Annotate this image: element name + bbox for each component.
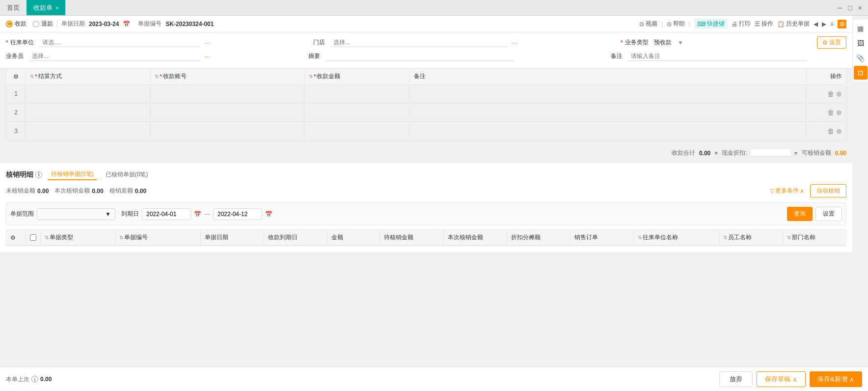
auto-nuclear-button[interactable]: 自动核销 (810, 184, 846, 197)
bt-th-counterpart: ⇅ 往来单位名称 (634, 230, 719, 245)
salesperson-input[interactable] (29, 52, 200, 61)
summary-input[interactable] (326, 52, 515, 61)
sort-bill-type[interactable]: ⇅ (45, 235, 49, 240)
sort-icon-jiesuan[interactable]: ⇅ (30, 74, 34, 79)
radio-receipt[interactable]: 收款 (6, 20, 27, 28)
discount-input[interactable] (751, 149, 790, 157)
store-more-icon[interactable]: ··· (510, 39, 519, 47)
video-btn[interactable]: ⊙ 视频 (639, 20, 657, 28)
amount-input-2[interactable] (309, 109, 406, 116)
th-settings[interactable]: ⚙ (6, 70, 26, 84)
tab-home[interactable]: 首页 (0, 0, 27, 15)
sort-bill-no[interactable]: ⇅ (119, 235, 123, 240)
remark-input-1[interactable] (414, 90, 802, 97)
grid-icon[interactable]: ⊞ (838, 20, 846, 28)
query-button[interactable]: 查询 (787, 207, 813, 221)
shortcut-btn[interactable]: ⌨ 快捷键 (694, 19, 728, 29)
tab-done-nuclear[interactable]: 已核销单据(0笔) (103, 169, 151, 180)
bt-th-pending: 待核销金额 (380, 230, 443, 245)
footer-right: 放弃 保存草稿 ∧ 保存&新增 ∧ (719, 371, 862, 387)
amount-input-3[interactable] (309, 128, 406, 135)
save-draft-button[interactable]: 保存草稿 ∧ (757, 371, 806, 387)
table-row: 1 🗑 ⊕ (6, 84, 846, 103)
business-type-arrow[interactable]: ▼ (678, 39, 683, 46)
footer-info-icon[interactable]: ℹ (31, 376, 38, 383)
copy-row-3-icon[interactable]: ⊕ (836, 127, 842, 135)
select-all-checkbox[interactable] (30, 234, 36, 241)
jiesuan-input-1[interactable] (30, 90, 146, 97)
remark-input-3[interactable] (414, 128, 802, 135)
bt-th-discount: 折扣分摊额 (507, 230, 570, 245)
sort-icon-amount[interactable]: ⇅ (309, 74, 313, 79)
calendar-icon[interactable]: 📅 (123, 21, 130, 28)
operation-btn[interactable]: ☰ 操作 (755, 20, 773, 28)
due-date-from-input[interactable] (142, 208, 191, 220)
nuclear-info-icon[interactable]: ℹ (35, 171, 42, 178)
delete-row-2-icon[interactable]: 🗑 (827, 109, 834, 116)
bt-th-receipt-due: 收款到期日 (264, 230, 327, 245)
sort-employee[interactable]: ⇅ (723, 235, 727, 240)
amount-input-1[interactable] (309, 90, 406, 97)
maximize-icon[interactable]: □ (846, 3, 854, 13)
right-sidebar: ▦ 🖼 📎 ⊡ (852, 20, 868, 82)
account-input-1[interactable] (155, 90, 300, 97)
history-btn[interactable]: 📋 历史单据 (777, 20, 810, 28)
jiesuan-input-2[interactable] (30, 109, 146, 116)
next-icon[interactable]: ▶ (822, 21, 826, 28)
salesperson-field: 业务员 ··· (6, 52, 212, 61)
receipt-type-radio: 收款 退款 (6, 20, 53, 28)
bt-th-settings[interactable]: ⚙ (6, 230, 26, 245)
print-btn[interactable]: 🖨 打印 (732, 20, 751, 28)
salesperson-more-icon[interactable]: ··· (202, 53, 212, 60)
sort-dept[interactable]: ⇅ (787, 235, 791, 240)
remark-input-2[interactable] (414, 109, 802, 116)
due-date-to-input[interactable] (213, 208, 262, 220)
bill-date-value[interactable]: 2023-03-24 (89, 21, 119, 28)
diff-value: 0.00 (135, 188, 146, 195)
footer: 本单上次 ℹ 0.00 放弃 保存草稿 ∧ 保存&新增 ∧ (0, 367, 868, 391)
bt-th-bill-type: ⇅ 单据类型 (41, 230, 115, 245)
account-input-3[interactable] (155, 128, 300, 135)
tab-pending-nuclear[interactable]: 待核销单据(0笔) (48, 169, 97, 180)
radio-refund[interactable]: 退款 (32, 20, 53, 28)
tab-close-icon[interactable]: × (55, 5, 58, 11)
account-input-2[interactable] (155, 109, 300, 116)
sort-icon-account[interactable]: ⇅ (155, 74, 159, 79)
sort-counterpart[interactable]: ⇅ (638, 235, 642, 240)
abandon-button[interactable]: 放弃 (719, 371, 753, 387)
prev-icon[interactable]: ◀ (814, 21, 818, 28)
counterpart-more-icon[interactable]: ··· (202, 39, 212, 47)
tab-receipt[interactable]: 收款单 × (27, 0, 65, 15)
summary-row: 收款合计 0.00 + 现金折扣: = 可核销金额 0.00 (0, 145, 852, 161)
delete-row-1-icon[interactable]: 🗑 (827, 90, 834, 98)
jiesuan-input-3[interactable] (30, 128, 146, 135)
close-window-icon[interactable]: × (856, 3, 864, 13)
settings-button[interactable]: ⚙ 设置 (817, 36, 846, 49)
table-sidebar-icon[interactable]: ▦ (854, 22, 868, 35)
keyboard-icon: ⌨ (697, 21, 705, 28)
store-input[interactable] (330, 38, 508, 47)
calendar-to-icon[interactable]: 📅 (265, 211, 272, 218)
attach-sidebar-icon[interactable]: 📎 (854, 51, 868, 65)
range-select[interactable]: ▼ (37, 208, 115, 220)
delete-row-3-icon[interactable]: 🗑 (827, 127, 834, 135)
print-icon: 🖨 (732, 21, 737, 28)
summary-field: 摘要 (308, 52, 515, 61)
bt-th-this-nuclear: 本次核销金额 (444, 230, 507, 245)
copy-row-1-icon[interactable]: ⊕ (836, 90, 842, 98)
menu-icon[interactable]: ≡ (830, 21, 834, 28)
image-sidebar-icon[interactable]: 🖼 (854, 36, 868, 50)
history-icon: 📋 (777, 21, 785, 28)
video-icon: ⊙ (639, 21, 644, 28)
nuclear-settings-button[interactable]: 设置 (815, 207, 842, 221)
save-new-button[interactable]: 保存&新增 ∧ (810, 371, 862, 387)
copy-row-2-icon[interactable]: ⊕ (836, 109, 842, 116)
help-btn[interactable]: ⊙ 帮助 (667, 20, 685, 28)
calendar-from-icon[interactable]: 📅 (194, 211, 201, 218)
counterpart-input[interactable] (39, 38, 200, 47)
form-section: * 往来单位 ··· 门店 ··· * 业务类型 预收款 ▼ (0, 32, 852, 68)
minimize-icon[interactable]: ─ (835, 3, 844, 13)
remark-input[interactable] (628, 52, 807, 61)
more-conditions-btn[interactable]: ▽ 更多条件 ∧ (770, 187, 804, 195)
expand-sidebar-icon[interactable]: ⊡ (854, 66, 868, 80)
